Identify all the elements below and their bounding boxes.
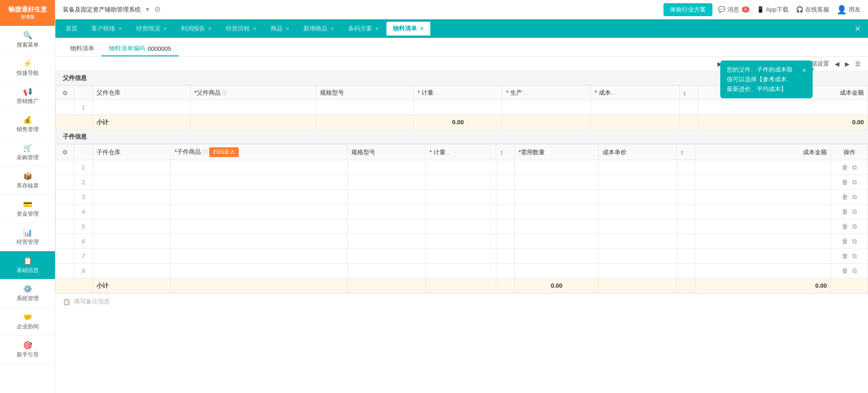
child-warehouse-cell-5[interactable] xyxy=(93,219,171,234)
notes-text[interactable]: 填写备注信息 xyxy=(74,297,110,306)
copy-row-1[interactable]: ⧉ xyxy=(852,163,857,171)
child-qty-cell-7[interactable] xyxy=(515,249,598,264)
child-goods-cell-2[interactable] xyxy=(171,175,348,190)
sub-tab-detail[interactable]: 物料清单编码 0000005 xyxy=(102,42,179,56)
child-warehouse-cell-2[interactable] xyxy=(93,175,171,190)
child-col-settings[interactable]: ⚙ xyxy=(56,145,74,160)
parent-unit-cell[interactable] xyxy=(414,100,502,115)
close-tab-operations[interactable]: ✕ xyxy=(163,26,167,32)
child-goods-cell-1[interactable] xyxy=(171,160,348,175)
nav-tab-customers[interactable]: 客户联络✕ xyxy=(85,22,129,36)
settings-icon[interactable]: ⚙ xyxy=(154,5,161,14)
child-qty-cell-6[interactable] xyxy=(515,234,598,249)
copy-row-3[interactable]: ⧉ xyxy=(852,193,857,200)
online-service-btn[interactable]: 🎧 在线客服 xyxy=(796,6,829,14)
delete-row-2[interactable]: 🗑 xyxy=(842,178,848,186)
delete-row-5[interactable]: 🗑 xyxy=(842,223,848,230)
child-qty-cell-4[interactable] xyxy=(515,205,598,219)
messages-btn[interactable]: 💬 消息 6 xyxy=(718,6,749,14)
sidebar-item-inventory[interactable]: 📦库存核算 xyxy=(0,167,55,195)
child-unit-cell-1[interactable] xyxy=(426,160,496,175)
child-unit-cell-5[interactable] xyxy=(426,219,496,234)
child-warehouse-cell-7[interactable] xyxy=(93,249,171,264)
sub-tab-list[interactable]: 物料清单 xyxy=(63,42,102,56)
sidebar-item-collab[interactable]: 🤝企业协同 xyxy=(0,308,55,336)
close-tab-profit[interactable]: ✕ xyxy=(208,26,212,32)
delete-row-3[interactable]: 🗑 xyxy=(842,193,848,200)
user-menu[interactable]: 👤 用友 xyxy=(837,5,861,15)
parent-produce-cell[interactable] xyxy=(502,100,591,115)
nav-next-btn[interactable]: ▶ xyxy=(845,60,850,67)
close-tab-bom[interactable]: ✕ xyxy=(420,26,424,32)
tooltip-close-btn[interactable]: × xyxy=(802,65,806,75)
delete-row-4[interactable]: 🗑 xyxy=(842,208,848,215)
child-unit-cell-3[interactable] xyxy=(426,190,496,205)
child-warehouse-cell-4[interactable] xyxy=(93,205,171,219)
nav-prev-btn[interactable]: ◀ xyxy=(835,60,839,67)
child-qty-cell-1[interactable] xyxy=(515,160,598,175)
child-qty-cell-3[interactable] xyxy=(515,190,598,205)
child-goods-cell-5[interactable] xyxy=(171,219,348,234)
parent-warehouse-cell[interactable] xyxy=(93,100,191,115)
close-tab-goods[interactable]: ✕ xyxy=(285,26,289,32)
nav-tab-bom[interactable]: 物料清单✕ xyxy=(386,22,430,36)
child-unit-price-cell-1[interactable] xyxy=(598,160,676,175)
child-spec-cell-5[interactable] xyxy=(348,219,426,234)
copy-row-6[interactable]: ⧉ xyxy=(852,237,857,245)
sidebar-item-system[interactable]: ⚙️系统管理 xyxy=(0,279,55,308)
child-goods-cell-7[interactable] xyxy=(171,249,348,264)
delete-row-6[interactable]: 🗑 xyxy=(842,237,848,245)
child-goods-cell-6[interactable] xyxy=(171,234,348,249)
delete-row-1[interactable]: 🗑 xyxy=(842,163,848,171)
nav-tab-profit[interactable]: 利润报告✕ xyxy=(175,22,218,36)
child-warehouse-cell-6[interactable] xyxy=(93,234,171,249)
sidebar-item-marketing[interactable]: 📢营销推广 xyxy=(0,82,55,110)
sidebar-item-basic[interactable]: 📋基础信息 xyxy=(0,251,55,279)
child-unit-cell-7[interactable] xyxy=(426,249,496,264)
child-warehouse-cell-1[interactable] xyxy=(93,160,171,175)
copy-row-2[interactable]: ⧉ xyxy=(852,178,857,186)
child-goods-cell-8[interactable] xyxy=(171,264,348,278)
child-unit-cell-6[interactable] xyxy=(426,234,496,249)
close-tab-customers[interactable]: ✕ xyxy=(118,26,122,32)
dropdown-icon[interactable]: ▼ xyxy=(145,6,151,13)
child-unit-price-cell-4[interactable] xyxy=(598,205,676,219)
child-spec-cell-2[interactable] xyxy=(348,175,426,190)
child-unit-price-cell-2[interactable] xyxy=(598,175,676,190)
sidebar-item-purchase[interactable]: 🛒采购管理 xyxy=(0,139,55,167)
child-spec-cell-6[interactable] xyxy=(348,234,426,249)
sidebar-item-search[interactable]: 🔍搜索菜单 xyxy=(0,26,55,54)
parent-goods-cell[interactable] xyxy=(190,100,316,115)
close-tab-new_goods[interactable]: ✕ xyxy=(330,26,334,32)
child-goods-cell-3[interactable] xyxy=(171,190,348,205)
close-tab-barcode[interactable]: ✕ xyxy=(375,26,379,32)
child-unit-price-cell-3[interactable] xyxy=(598,190,676,205)
copy-row-5[interactable]: ⧉ xyxy=(852,223,857,230)
child-spec-cell-4[interactable] xyxy=(348,205,426,219)
child-spec-cell-1[interactable] xyxy=(348,160,426,175)
nav-tab-goods[interactable]: 商品✕ xyxy=(264,22,296,36)
child-unit-cell-4[interactable] xyxy=(426,205,496,219)
child-unit-price-cell-5[interactable] xyxy=(598,219,676,234)
child-unit-price-cell-6[interactable] xyxy=(598,234,676,249)
close-all-tabs[interactable]: ✕ xyxy=(851,24,864,33)
copy-row-4[interactable]: ⧉ xyxy=(852,208,857,215)
nav-tab-operations[interactable]: 经营情况✕ xyxy=(130,22,174,36)
sidebar-item-quicknav[interactable]: ⚡快捷导航 xyxy=(0,54,55,82)
child-qty-cell-8[interactable] xyxy=(515,264,598,278)
child-unit-price-cell-7[interactable] xyxy=(598,249,676,264)
child-qty-cell-5[interactable] xyxy=(515,219,598,234)
sidebar-item-guide[interactable]: 🎯新手引导 xyxy=(0,336,55,364)
parent-col-settings[interactable]: ⚙ xyxy=(56,86,74,100)
nav-tab-history[interactable]: 经营历程✕ xyxy=(219,22,263,36)
copy-row-8[interactable]: ⧉ xyxy=(852,267,857,274)
delete-row-7[interactable]: 🗑 xyxy=(842,252,848,260)
scan-btn[interactable]: 扫码录入 xyxy=(209,147,239,157)
delete-row-8[interactable]: 🗑 xyxy=(842,267,848,274)
child-unit-cell-2[interactable] xyxy=(426,175,496,190)
child-qty-cell-2[interactable] xyxy=(515,175,598,190)
grid-view-btn[interactable]: ☰ xyxy=(855,60,861,67)
child-unit-price-cell-8[interactable] xyxy=(598,264,676,278)
child-goods-cell-4[interactable] xyxy=(171,205,348,219)
nav-tab-barcode[interactable]: 条码方案✕ xyxy=(342,22,386,36)
